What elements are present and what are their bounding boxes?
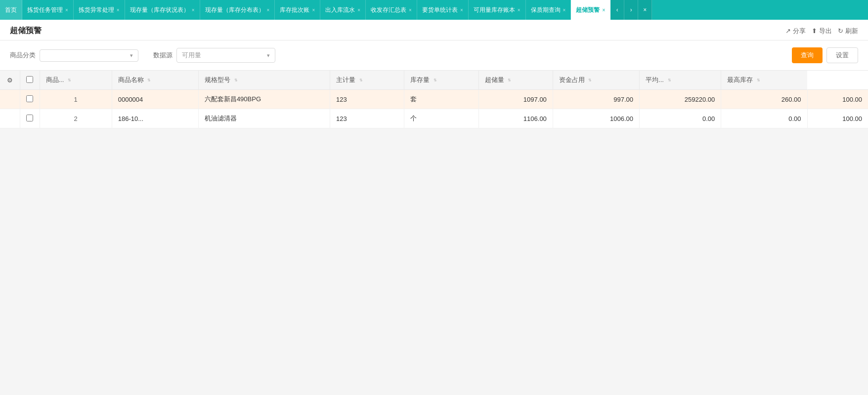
cell-capital: 0.00 [640, 109, 721, 128]
nav-close-all[interactable]: × [638, 0, 652, 20]
nav-home-label: 首页 [5, 6, 17, 14]
cell-capital: 259220.00 [640, 90, 721, 109]
settings-icon: ⚙ [7, 77, 13, 84]
col-checkbox[interactable] [20, 71, 40, 90]
cell-max-stock: 100.00 [807, 90, 868, 109]
table-row: 2 186-10... 机油滤清器 123 个 1106.00 1006.00 … [0, 109, 868, 128]
row-settings-cell [0, 90, 20, 109]
settings-button[interactable]: 设置 [826, 47, 858, 63]
row-num: 1 [40, 90, 112, 109]
nav-item-label: 可用量库存账本 [474, 6, 515, 14]
cell-stock: 1106.00 [478, 109, 553, 128]
row-checkbox-cell[interactable] [20, 90, 40, 109]
close-tab-icon[interactable]: × [460, 7, 463, 13]
col-stock-label: 库存量 [410, 76, 430, 83]
share-button[interactable]: ↗ 分享 [785, 27, 806, 36]
close-tab-icon[interactable]: × [192, 7, 195, 13]
cell-spec: 123 [330, 90, 404, 109]
nav-item-available-ledger[interactable]: 可用量库存账本× [469, 0, 526, 20]
sort-overstock-icon: ⇅ [508, 79, 511, 82]
cell-product-name: 六配套新昌490BPG [198, 90, 330, 109]
col-product-code[interactable]: 商品... ⇅ [40, 71, 112, 90]
sort-spec-icon: ⇅ [234, 79, 238, 82]
export-label: 导出 [819, 27, 832, 36]
category-select[interactable]: ▾ [40, 49, 138, 62]
datasource-select-value: 可用量 [182, 51, 201, 60]
refresh-button[interactable]: ↻ 刷新 [838, 27, 858, 36]
nav-item-inout-flow[interactable]: 出入库流水× [320, 0, 366, 20]
col-product-code-label: 商品... [46, 76, 64, 83]
close-tab-icon[interactable]: × [602, 7, 605, 13]
nav-bar: 首页 拣货任务管理×拣货异常处理×现存量（库存状况表）×现存量（库存分布表）×库… [0, 0, 868, 20]
export-button[interactable]: ⬆ 导出 [812, 27, 832, 36]
sort-stock-icon: ⇅ [434, 79, 437, 82]
header-actions: ↗ 分享 ⬆ 导出 ↻ 刷新 [785, 27, 858, 36]
row-checkbox[interactable] [26, 115, 33, 121]
nav-item-order-stats[interactable]: 要货单统计表× [417, 0, 469, 20]
cell-avg: 0.00 [721, 109, 807, 128]
export-icon: ⬆ [812, 27, 817, 35]
refresh-icon: ↻ [838, 27, 843, 35]
nav-item-inventory-status[interactable]: 现存量（库存状况表）× [125, 0, 200, 20]
cell-unit: 个 [404, 109, 478, 128]
nav-item-overstock-alert[interactable]: 超储预警× [571, 0, 610, 20]
cell-max-stock: 100.00 [807, 109, 868, 128]
cell-stock: 1097.00 [478, 90, 553, 109]
col-capital[interactable]: 资金占用 ⇅ [553, 71, 639, 90]
nav-item-label: 现存量（库存状况表） [130, 6, 189, 14]
cell-overstock: 997.00 [553, 90, 639, 109]
nav-right-arrow[interactable]: › [624, 0, 638, 20]
nav-item-inventory-dist[interactable]: 现存量（库存分布表）× [200, 0, 275, 20]
page-header: 超储预警 ↗ 分享 ⬆ 导出 ↻ 刷新 [0, 20, 868, 40]
close-tab-icon[interactable]: × [357, 7, 360, 13]
nav-item-home[interactable]: 首页 [0, 0, 22, 20]
nav-item-quality-check[interactable]: 保质期查询× [526, 0, 571, 20]
nav-item-label: 要货单统计表 [422, 6, 458, 14]
row-checkbox-cell[interactable] [20, 109, 40, 128]
cell-product-name: 机油滤清器 [198, 109, 330, 128]
nav-item-label: 出入库流水 [325, 6, 355, 14]
nav-item-label: 收发存汇总表 [371, 6, 406, 14]
col-overstock[interactable]: 超储量 ⇅ [478, 71, 553, 90]
page-title: 超储预警 [10, 26, 42, 36]
table-area: ⚙ 商品... ⇅ 商品名称 ⇅ 规格型号 ⇅ 主计量 [0, 71, 868, 128]
col-product-name-label: 商品名称 [118, 76, 144, 83]
refresh-label: 刷新 [845, 27, 858, 36]
nav-item-label: 拣货异常处理 [79, 6, 114, 14]
col-product-name[interactable]: 商品名称 ⇅ [112, 71, 198, 90]
sort-capital-icon: ⇅ [588, 79, 592, 82]
nav-item-abnormal[interactable]: 拣货异常处理× [74, 0, 125, 20]
datasource-select[interactable]: 可用量 ▾ [176, 48, 275, 63]
col-max-stock[interactable]: 最高库存 ⇅ [721, 71, 807, 90]
close-tab-icon[interactable]: × [563, 7, 566, 13]
close-tab-icon[interactable]: × [409, 7, 412, 13]
nav-item-collect-summary[interactable]: 收发存汇总表× [366, 0, 417, 20]
select-all-checkbox[interactable] [26, 76, 33, 83]
col-max-stock-label: 最高库存 [727, 76, 753, 83]
table-row: 1 0000004 六配套新昌490BPG 123 套 1097.00 997.… [0, 90, 868, 109]
table-header-row: ⚙ 商品... ⇅ 商品名称 ⇅ 规格型号 ⇅ 主计量 [0, 71, 868, 90]
col-spec[interactable]: 规格型号 ⇅ [198, 71, 330, 90]
close-tab-icon[interactable]: × [312, 7, 315, 13]
close-tab-icon[interactable]: × [65, 7, 68, 13]
close-tab-icon[interactable]: × [117, 7, 120, 13]
sort-unit-icon: ⇅ [359, 79, 363, 82]
col-settings[interactable]: ⚙ [0, 71, 20, 90]
filter-group-category: 商品分类 ▾ [10, 49, 138, 62]
nav-left-arrow[interactable]: ‹ [610, 0, 624, 20]
row-checkbox[interactable] [26, 95, 33, 102]
cell-spec: 123 [330, 109, 404, 128]
cell-product-code: 0000004 [112, 90, 198, 109]
query-button[interactable]: 查询 [792, 47, 823, 63]
col-unit-label: 主计量 [336, 76, 355, 83]
nav-item-batch[interactable]: 库存批次账× [275, 0, 320, 20]
col-unit[interactable]: 主计量 ⇅ [330, 71, 404, 90]
col-avg[interactable]: 平均... ⇅ [640, 71, 721, 90]
filter-actions: 查询 设置 [792, 47, 858, 63]
close-tab-icon[interactable]: × [267, 7, 270, 13]
filter-group-datasource: 数据源 可用量 ▾ [153, 48, 275, 63]
col-stock[interactable]: 库存量 ⇅ [404, 71, 478, 90]
close-tab-icon[interactable]: × [518, 7, 521, 13]
nav-item-task-mgmt[interactable]: 拣货任务管理× [22, 0, 74, 20]
col-avg-label: 平均... [646, 76, 664, 83]
